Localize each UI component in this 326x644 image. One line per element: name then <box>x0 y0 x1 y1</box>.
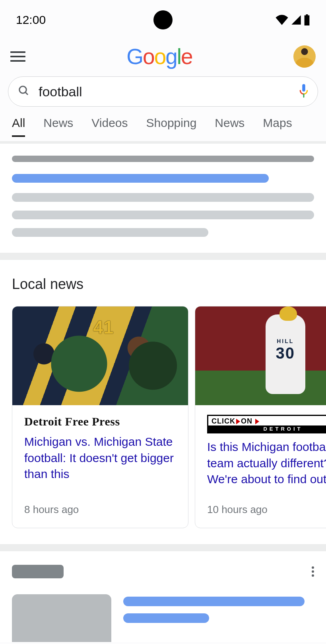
divider <box>0 253 326 260</box>
divider <box>0 544 326 551</box>
google-logo[interactable]: Google <box>126 44 192 69</box>
svg-point-0 <box>19 86 27 94</box>
cellular-icon <box>291 15 301 25</box>
tab-maps[interactable]: Maps <box>263 116 292 137</box>
tab-all[interactable]: All <box>12 116 25 137</box>
search-input[interactable] <box>39 84 298 100</box>
search-icon <box>18 85 30 98</box>
news-timestamp: 10 hours ago <box>207 488 326 516</box>
skeleton-chip <box>12 565 64 578</box>
tab-news-2[interactable]: News <box>215 116 244 137</box>
logo-letter: e <box>181 44 192 69</box>
menu-icon[interactable] <box>10 51 25 62</box>
news-headline: Is this Michigan football team actually … <box>207 439 326 488</box>
skeleton-line <box>12 211 314 219</box>
status-bar: 12:00 <box>0 0 326 40</box>
tab-news[interactable]: News <box>43 116 73 137</box>
news-timestamp: 8 hours ago <box>24 488 176 516</box>
svg-line-1 <box>25 92 28 95</box>
news-cards-row[interactable]: Detroit Free Press Michigan vs. Michigan… <box>12 306 326 528</box>
more-icon[interactable] <box>312 566 314 577</box>
wifi-icon <box>275 15 289 25</box>
mic-icon[interactable] <box>298 84 310 100</box>
search-box[interactable] <box>8 76 318 107</box>
status-time: 12:00 <box>16 13 46 27</box>
jersey-number: HILL30 <box>266 338 305 362</box>
search-tabs: All News Videos Shopping News Maps <box>0 107 326 141</box>
news-image: HILL30 <box>195 306 326 405</box>
skeleton-line <box>12 174 269 183</box>
skeleton-line <box>12 228 208 237</box>
skeleton-line <box>123 613 209 623</box>
logo-letter: o <box>143 44 154 69</box>
logo-letter: g <box>165 44 177 69</box>
app-header: Google <box>0 40 326 76</box>
news-headline: Michigan vs. Michigan State football: It… <box>24 434 176 482</box>
skeleton-line <box>123 597 305 606</box>
result-skeleton-2 <box>0 551 326 642</box>
tab-videos[interactable]: Videos <box>91 116 128 137</box>
skeleton-line <box>12 156 314 162</box>
result-skeleton <box>0 144 326 253</box>
news-source: CLICKON DETROIT <box>207 415 326 433</box>
svg-rect-2 <box>302 84 305 92</box>
logo-letter: G <box>126 44 143 69</box>
logo-letter: o <box>154 44 166 69</box>
skeleton-line <box>12 193 314 202</box>
avatar[interactable] <box>293 45 316 68</box>
battery-icon <box>304 14 310 25</box>
tab-shopping[interactable]: Shopping <box>146 116 197 137</box>
news-image <box>12 306 188 405</box>
local-news-section: Local news Detroit Free Press Michigan v… <box>0 260 326 544</box>
news-source: Detroit Free Press <box>24 415 176 428</box>
skeleton-thumbnail <box>12 594 111 642</box>
logo-letter: l <box>177 44 181 69</box>
source-sub: DETROIT <box>208 425 326 432</box>
news-card[interactable]: HILL30 CLICKON DETROIT Is this Michigan … <box>195 306 326 528</box>
section-heading: Local news <box>12 276 326 293</box>
play-icon <box>255 419 259 424</box>
news-card[interactable]: Detroit Free Press Michigan vs. Michigan… <box>12 306 188 528</box>
status-icons <box>275 14 310 25</box>
camera-cutout <box>153 10 173 29</box>
